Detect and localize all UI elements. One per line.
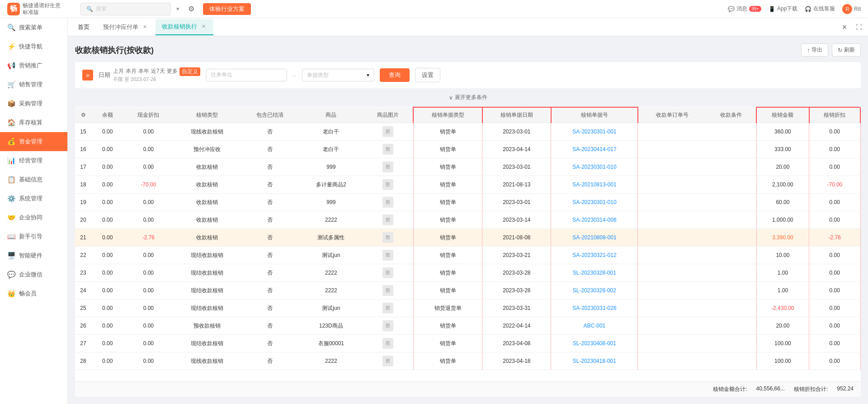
cell-writeoff-doc-no[interactable]: SA-20230314-008 (551, 211, 638, 229)
cell-receipt-terms (706, 335, 757, 352)
cell-include-closed: 否 (241, 211, 300, 229)
sidebar-item-hardware[interactable]: 🖥️ 智能硬件 (0, 246, 67, 265)
partner-filter: 往来单位 ··· (206, 69, 297, 81)
table-row: 210.00-2.76收款核销否测试多属性图销货单2021-08-08SA-20… (75, 229, 860, 247)
cell-writeoff-discount: 0.00 (809, 335, 861, 352)
cell-cash-discount: -2.76 (123, 229, 173, 247)
dropdown-icon[interactable]: ▾ (176, 5, 179, 12)
sidebar-item-operations[interactable]: 📊 经营管理 (0, 151, 67, 170)
cell-goods-image: 图 (363, 299, 414, 317)
sales-icon: 🛒 (7, 81, 15, 89)
col-settings[interactable]: ⚙ (75, 107, 91, 123)
settings-icon[interactable]: ⚙ (81, 112, 86, 118)
cell-writeoff-doc-no[interactable]: SL-20230418-001 (551, 352, 638, 370)
export-button[interactable]: ↑ 导出 (801, 43, 828, 57)
cell-writeoff-doc-no[interactable]: SA-20230301-010 (551, 194, 638, 211)
cell-cash-discount: 0.00 (123, 335, 173, 352)
cell-no: 15 (75, 123, 91, 141)
sidebar-item-basic[interactable]: 📋 基础信息 (0, 170, 67, 189)
table-row: 150.000.00现线收款核销否老白干图销货单2023-03-01SA-202… (75, 123, 860, 141)
tab-receipt-close[interactable]: ✕ (200, 23, 207, 30)
sidebar-item-purchase[interactable]: 📦 采购管理 (0, 94, 67, 113)
industry-btn[interactable]: 体验行业方案 (203, 3, 251, 15)
filter-bar: » 日期 上月 本月 本年 近7天 更多 自定义 不限 至 2023-07-26 (75, 62, 861, 88)
cell-writeoff-doc-no[interactable]: SA-20210813-001 (551, 176, 638, 194)
cell-goods: 多计量商品2 (299, 176, 363, 194)
cell-writeoff-type: 收款核销 (173, 229, 241, 247)
sidebar-item-guide[interactable]: 📖 新手引导 (0, 227, 67, 246)
cell-goods-image: 图 (363, 317, 414, 335)
col-writeoff-doc-no: 核销单据号 (551, 107, 638, 123)
quicknav-icon: ⚡ (7, 43, 15, 51)
cell-receipt-terms (706, 229, 757, 247)
cell-balance: 0.00 (91, 247, 123, 264)
cell-balance: 0.00 (91, 317, 123, 335)
refresh-button[interactable]: ↻ 刷新 (832, 43, 861, 57)
cell-writeoff-doc-no[interactable]: SL-20230328-002 (551, 282, 638, 299)
cell-receipt-order-no (638, 229, 706, 247)
search-box[interactable]: 🔍 搜索 (80, 3, 171, 15)
sidebar-item-system[interactable]: ⚙️ 系统管理 (0, 189, 67, 208)
sidebar-item-member[interactable]: 👑 畅会员 (0, 284, 67, 303)
notify-button[interactable]: 💬 消息 99+ (728, 5, 761, 13)
partner-input[interactable]: 往来单位 (206, 69, 287, 81)
app-download-button[interactable]: 📱 App下载 (769, 5, 797, 13)
tab-prepay-close[interactable]: ✕ (141, 24, 148, 31)
sidebar-item-wechat[interactable]: 💬 企业微信 (0, 265, 67, 284)
table-wrapper[interactable]: ⚙ 余额 现金折扣 核销类型 包含已结清 商品 商品图片 核销单据类型 核销单据… (75, 107, 861, 381)
sidebar-item-marketing[interactable]: 📢 营销推广 (0, 56, 67, 75)
cell-receipt-order-no (638, 158, 706, 176)
user-menu[interactable]: R Rit (842, 4, 861, 14)
hardware-icon: 🖥️ (7, 252, 15, 260)
sidebar-item-inventory[interactable]: 🏠 库存核算 (0, 113, 67, 132)
cell-goods: 999 (299, 158, 363, 176)
cell-writeoff-doc-no[interactable]: ABC-001 (551, 317, 638, 335)
support-button[interactable]: 🎧 在线客服 (805, 5, 835, 13)
sidebar-item-finance[interactable]: 💰 资金管理 (0, 132, 67, 151)
tab-home[interactable]: 首页 (71, 19, 96, 35)
cell-writeoff-doc-no[interactable]: SA-20230321-012 (551, 247, 638, 264)
cell-writeoff-discount: 0.00 (809, 282, 861, 299)
cell-writeoff-doc-no[interactable]: SL-20230328-001 (551, 264, 638, 282)
sidebar-item-collab[interactable]: 🤝 企业协同 (0, 208, 67, 227)
cell-writeoff-doc-no[interactable]: SA-20230301-001 (551, 123, 638, 141)
date-custom[interactable]: 自定义 (179, 67, 200, 76)
tab-receipt[interactable]: 收款核销执行 ✕ (156, 19, 213, 35)
table-row: 260.000.00预收款核销否123D商品图销货单2022-04-14ABC-… (75, 317, 860, 335)
query-button[interactable]: 查询 (380, 68, 410, 82)
date-7days[interactable]: 近7天 (151, 67, 165, 76)
filter-expand-button[interactable]: » (82, 70, 93, 81)
cell-writeoff-amount: 20.00 (756, 158, 809, 176)
col-writeoff-amount: 核销金额 (756, 107, 809, 123)
cell-writeoff-doc-no[interactable]: SA-20230301-010 (551, 158, 638, 176)
date-more[interactable]: 更多 (167, 67, 178, 76)
date-this-month[interactable]: 本月 (126, 67, 137, 76)
cell-writeoff-doc-no[interactable]: SA-20210808-001 (551, 229, 638, 247)
cell-writeoff-doc-type: 销货退货单 (413, 299, 482, 317)
gear-button[interactable]: ⚙ (185, 3, 198, 15)
tab-expand-btn[interactable]: ⛶ (854, 22, 864, 33)
tab-close-btn[interactable]: ✕ (839, 22, 850, 33)
cell-writeoff-doc-no[interactable]: SA-20230414-017 (551, 141, 638, 158)
cell-writeoff-doc-date: 2023-03-01 (482, 158, 551, 176)
cell-balance: 0.00 (91, 158, 123, 176)
cell-cash-discount: -70.00 (123, 176, 173, 194)
sidebar-item-quicknav[interactable]: ⚡ 快捷导航 (0, 37, 67, 56)
cell-writeoff-doc-no[interactable]: SL-20230408-001 (551, 335, 638, 352)
tab-prepay[interactable]: 预付冲应付单 ✕ (97, 19, 155, 35)
page-title: 收款核销执行(按收款) (75, 45, 154, 56)
cell-writeoff-doc-no[interactable]: SA-20230331-026 (551, 299, 638, 317)
table-row: 200.000.00收款核销否2222图销货单2023-03-14SA-2023… (75, 211, 860, 229)
date-this-year[interactable]: 本年 (138, 67, 149, 76)
table-row: 240.000.00现结收款核销否2222图销货单2023-03-28SL-20… (75, 282, 860, 299)
cell-no: 17 (75, 158, 91, 176)
expand-more-conditions[interactable]: ∨ 展开更多条件 (449, 94, 487, 101)
sidebar-item-sales[interactable]: 🛒 销售管理 (0, 75, 67, 94)
export-icon: ↑ (807, 47, 810, 53)
cell-writeoff-type: 现结收款核销 (173, 264, 241, 282)
setting-button[interactable]: 设置 (415, 68, 440, 82)
date-last-month[interactable]: 上月 (113, 67, 124, 76)
doctype-select[interactable]: 单据类型 ▾ (302, 69, 374, 81)
sidebar-item-search[interactable]: 🔍 搜索菜单 (0, 18, 67, 37)
cell-writeoff-discount: -2.76 (809, 229, 861, 247)
